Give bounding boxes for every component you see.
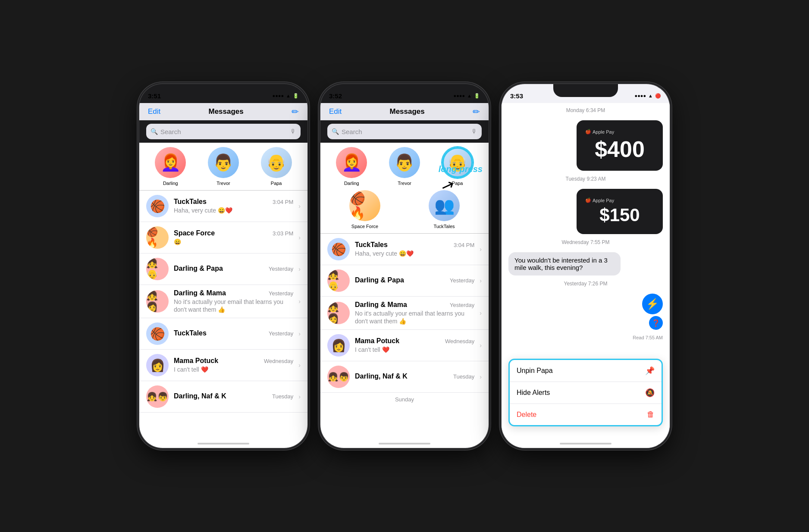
pinned-name-papa-1: Papa [271,181,282,186]
msg-preview-tucktales-2-item: Haha, very cute 😄❤️ [355,250,414,257]
apple-pay-150: 🍎Apple Pay $150 [577,189,663,234]
context-unpin[interactable]: Unpin Papa 📌 [510,360,662,382]
sent-emoji-bubble: ⚡️ [642,294,663,314]
pinned-name-spaceforce-2: Space Force [351,224,378,229]
notch-2 [372,84,437,97]
avatar-trevor-1: 👨 [208,147,239,178]
msg-content-darlingmama-1: Darling & Mama Yesterday No it's actuall… [174,289,293,313]
message-darlingmama-2[interactable]: 👧👩 Darling & Mama Yesterday No it's actu… [320,297,489,330]
chevron-mamapotuck-1: › [298,362,301,369]
message-list-2: 🏀 TuckTales 3:04 PM Haha, very cute 😄❤️ … [320,234,489,448]
search-input-2[interactable]: Search [342,128,469,135]
message-tucktales-2[interactable]: 🏀 TuckTales 3:04 PM Haha, very cute 😄❤️ … [320,234,489,265]
wifi-icon-3: ▲ [648,93,653,98]
chevron-darlingnafk-1: › [298,393,301,400]
msg-content-mamapotuck-1: Mama Potuck Wednesday I can't tell ❤️ [174,357,293,373]
msg-name-darlingnafk-2: Darling, Naf & K [355,372,408,380]
sunday-label: Sunday [320,393,489,406]
message-tucktales-1[interactable]: 🏀 TuckTales 3:04 PM Haha, very cute 😄❤️ … [139,191,307,222]
compose-button-1[interactable]: ✏ [292,106,299,117]
message-darlingnafk-2[interactable]: 👧👦 Darling, Naf & K Tuesday › [320,361,489,393]
msg-time-darlingnafk-2: Tuesday [453,373,474,380]
msg-time-darlingpapa-1: Yesterday [269,266,293,272]
pinned-darling-2[interactable]: 👩‍🦰 Darling [327,147,376,186]
long-press-label: long-press [439,164,483,174]
battery-icon-3: 🔴 [655,93,661,99]
search-bar-2[interactable]: 🔍 Search 🎙 [327,124,482,139]
payment-400-bubble: 🍎Apple Pay $400 [577,120,663,171]
trash-icon: 🗑 [647,410,655,419]
pinned-tucktales-2[interactable]: 👥 TuckTales [407,190,482,229]
message-mamapotuck-1[interactable]: 👩 Mama Potuck Wednesday I can't tell ❤️ … [139,350,307,381]
msg-content-tucktales-2: TuckTales 3:04 PM Haha, very cute 😄❤️ [355,241,474,257]
pinned-name-tucktales-2: TuckTales [433,224,455,229]
message-spaceforce-1[interactable]: 🏀🔥 Space Force 3:03 PM 😄 › [139,222,307,253]
msg-content-mamapotuck-2: Mama Potuck Wednesday I can't tell ❤️ [355,337,474,354]
payment-150-bubble: 🍎Apple Pay $150 [577,189,663,234]
avatar-trevor-2: 👨 [389,147,420,178]
mic-icon-2: 🎙 [471,128,477,135]
avatar-darlingnafk-2-item: 👧👦 [327,366,350,388]
message-darlingnafk-1[interactable]: 👧👦 Darling, Naf & K Tuesday › [139,381,307,413]
signal-icon: ●●●● [273,93,284,98]
edit-button-1[interactable]: Edit [148,107,160,116]
msg-name-tucktales-2-item: TuckTales [355,241,388,249]
context-delete[interactable]: Delete 🗑 [510,404,662,425]
pinned-name-darling-2: Darling [344,181,359,186]
chevron-darlingmama-1: › [298,298,301,305]
edit-button-2[interactable]: Edit [329,107,342,116]
home-indicator-1 [198,443,249,444]
message-tucktales2-1[interactable]: 🏀 TuckTales Yesterday › [139,318,307,350]
avatar-darlingpapa-2-item: 👧👴 [327,269,350,292]
chevron-darlingpapa-1: › [298,266,301,272]
avatar-spaceforce-1: 🏀🔥 [146,226,169,249]
context-hide-alerts[interactable]: Hide Alerts 🔕 [510,382,662,404]
msg-preview-mamapotuck-1: I can't tell ❤️ [174,366,208,373]
msg-content-darlingnafk-2: Darling, Naf & K Tuesday [355,372,474,381]
pinned-darling-1[interactable]: 👩‍🦰 Darling [146,147,195,186]
signal-icon-2: ●●●● [454,93,465,98]
msg-name-mamapotuck-1: Mama Potuck [174,357,218,365]
message-darlingmama-1[interactable]: 👧👩 Darling & Mama Yesterday No it's actu… [139,285,307,318]
date-wednesday: Wednesday 7:55 PM [508,239,663,245]
msg-time-darlingpapa-2: Yesterday [450,277,474,284]
msg-content-darlingnafk-1: Darling, Naf & K Tuesday [174,392,293,401]
chevron-tucktales2-1: › [298,330,301,337]
message-darlingpapa-1[interactable]: 👧👴 Darling & Papa Yesterday › [139,253,307,285]
sent-emoji-2-bubble: ❓ [649,316,663,330]
pinned-trevor-1[interactable]: 👨 Trevor [199,147,248,186]
msg-time-darlingnafk-1: Tuesday [272,393,293,400]
pinned-trevor-2[interactable]: 👨 Trevor [380,147,429,186]
search-bar-1[interactable]: 🔍 Search 🎙 [146,124,301,139]
avatar-darlingnafk-1: 👧👦 [146,385,169,408]
pinned-section-1: 👩‍🦰 Darling 👨 Trevor 👴 Papa [139,143,307,191]
msg-time-darlingmama-1: Yesterday [269,290,293,297]
battery-icon: 🔋 [293,93,299,99]
avatar-mamapotuck-1: 👩 [146,354,169,376]
msg-name-spaceforce-1: Space Force [174,229,215,237]
time-3: 3:53 [510,92,523,100]
msg-content-darlingpapa-1: Darling & Papa Yesterday [174,265,293,273]
apple-pay-logo-1: 🍎Apple Pay [585,129,654,135]
status-icons-1: ●●●● ▲ 🔋 [273,93,299,99]
received-message-3: You wouldn't be interested in a 3 mile w… [508,252,621,275]
msg-content-tucktales2-1: TuckTales Yesterday [174,329,293,338]
msg-time-tucktales2-1: Yesterday [269,330,293,337]
message-mamapotuck-2[interactable]: 👩 Mama Potuck Wednesday I can't tell ❤️ … [320,330,489,361]
msg-name-darlingpapa-2: Darling & Papa [355,276,404,284]
search-input-1[interactable]: Search [160,128,288,135]
msg-name-tucktales-1: TuckTales [174,198,207,206]
chevron-darlingmama-2: › [480,310,482,316]
msg-preview-darlingmama-1: No it's actually your email that learns … [174,298,293,313]
pinned-name-trevor-2: Trevor [398,181,411,186]
compose-button-2[interactable]: ✏ [473,106,480,117]
msg-time-tucktales-2-item: 3:04 PM [454,242,474,248]
msg-name-darlingmama-2: Darling & Mama [355,301,407,309]
msg-content-darlingpapa-2: Darling & Papa Yesterday [355,276,474,285]
pinned-papa-1[interactable]: 👴 Papa [252,147,301,186]
msg-content-tucktales-1: TuckTales 3:04 PM Haha, very cute 😄❤️ [174,198,293,214]
time-2: 3:52 [329,92,342,100]
pinned-spaceforce-2[interactable]: 🏀🔥 Space Force [327,190,402,229]
message-darlingpapa-2[interactable]: 👧👴 Darling & Papa Yesterday › [320,265,489,297]
notch-1 [191,84,256,97]
